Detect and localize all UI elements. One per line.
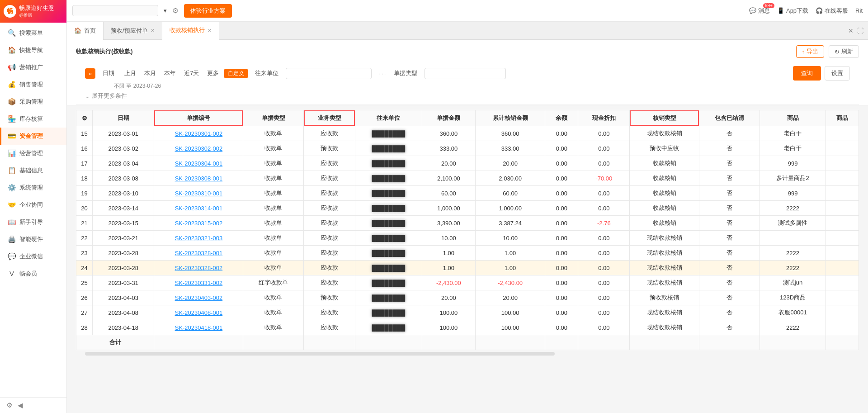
cell-biz-type: 应收款 xyxy=(304,305,355,320)
tab-prepay-close-icon[interactable]: ✕ xyxy=(151,28,155,33)
cell-date: 2023-03-31 xyxy=(93,275,154,290)
sidebar-item-system[interactable]: ⚙️系统管理 xyxy=(0,179,66,196)
sidebar-item-purchase[interactable]: 📦采购管理 xyxy=(0,93,66,110)
table-row[interactable]: 27 2023-04-08 SK-20230408-001 收款单 应收款 ██… xyxy=(76,305,859,320)
cell-doc-no[interactable]: SK-20230314-001 xyxy=(154,201,243,216)
cell-doc-no[interactable]: SK-20230328-001 xyxy=(154,246,243,261)
topbar-dropdown[interactable]: ▾ xyxy=(164,7,167,14)
cell-doc-no[interactable]: SK-20230321-003 xyxy=(154,231,243,246)
cell-date: 2023-03-28 xyxy=(93,261,154,275)
messages-button[interactable]: 💬 消息 99+ xyxy=(749,7,770,15)
sidebar-item-inventory[interactable]: 🏪库存核算 xyxy=(0,110,66,128)
filter-actions: 查询 设置 xyxy=(793,66,850,81)
expand-more-btn[interactable]: ⌄ 展开更多条件 xyxy=(85,92,850,100)
phone-icon: 📱 xyxy=(777,7,784,14)
cell-date: 2023-03-08 xyxy=(93,171,154,186)
cell-doc-amount: 20.00 xyxy=(422,290,475,305)
date-btn-last-month[interactable]: 上月 xyxy=(122,68,139,78)
table-row[interactable]: 21 2023-03-15 SK-20230315-002 收款单 应收款 ██… xyxy=(76,216,859,231)
scrollbar-area[interactable] xyxy=(76,352,859,359)
tab-home[interactable]: 🏠 首页 xyxy=(67,22,104,40)
tab-verify-close-icon[interactable]: ✕ xyxy=(208,28,212,33)
date-custom-button[interactable]: 自定义 xyxy=(224,69,248,78)
topbar-search-input[interactable] xyxy=(72,5,158,16)
enterprise-icon: 🤝 xyxy=(8,201,16,209)
cell-doc-no[interactable]: SK-20230310-001 xyxy=(154,186,243,201)
solution-button[interactable]: 体验行业方案 xyxy=(184,4,232,18)
cell-doc-type: 收款单 xyxy=(243,216,304,231)
partner-filter-input[interactable] xyxy=(286,68,372,79)
refresh-button[interactable]: ↻ 刷新 xyxy=(829,45,859,58)
sidebar-item-vip[interactable]: V畅会员 xyxy=(0,265,66,282)
table-row[interactable]: 18 2023-03-08 SK-20230308-001 收款单 应收款 ██… xyxy=(76,171,859,186)
cell-doc-amount: 100.00 xyxy=(422,305,475,320)
table-row[interactable]: 19 2023-03-10 SK-20230310-001 收款单 应收款 ██… xyxy=(76,186,859,201)
footer-product xyxy=(760,335,826,350)
cell-include-settled: 否 xyxy=(699,275,760,290)
footer-empty-3 xyxy=(304,335,355,350)
gear-icon[interactable]: ⚙ xyxy=(172,6,179,15)
table-row[interactable]: 16 2023-03-02 SK-20230302-002 收款单 预收款 ██… xyxy=(76,141,859,156)
cell-balance: 0.00 xyxy=(545,231,578,246)
sidebar-item-quick[interactable]: 🏠快捷导航 xyxy=(0,42,66,59)
date-btn-more[interactable]: 更多 xyxy=(204,68,222,78)
sidebar-item-wechat[interactable]: 💬企业微信 xyxy=(0,248,66,265)
cell-doc-no[interactable]: SK-20230301-002 xyxy=(154,126,243,141)
table-row[interactable]: 28 2023-04-18 SK-20230418-001 收款单 应收款 ██… xyxy=(76,320,859,335)
table-row[interactable]: 25 2023-03-31 SK-20230331-002 红字收款单 应收款 … xyxy=(76,275,859,290)
voucher-type-select[interactable] xyxy=(425,68,506,79)
cell-doc-no[interactable]: SK-20230302-002 xyxy=(154,141,243,156)
table-row[interactable]: 24 2023-03-28 SK-20230328-002 收款单 应收款 ██… xyxy=(76,261,859,275)
table-row[interactable]: 20 2023-03-14 SK-20230314-001 收款单 应收款 ██… xyxy=(76,201,859,216)
app-download-button[interactable]: 📱 App下载 xyxy=(777,7,808,15)
sidebar-item-finance[interactable]: 💳资金管理 xyxy=(0,128,66,145)
cell-doc-amount: 2,100.00 xyxy=(422,171,475,186)
cell-doc-no[interactable]: SK-20230315-002 xyxy=(154,216,243,231)
table-row[interactable]: 15 2023-03-01 SK-20230301-002 收款单 应收款 ██… xyxy=(76,126,859,141)
filter-toggle-button[interactable]: » xyxy=(85,68,95,79)
cell-doc-no[interactable]: SK-20230408-001 xyxy=(154,305,243,320)
online-service-button[interactable]: 🎧 在线客服 xyxy=(816,7,848,15)
sidebar-item-sales[interactable]: 💰销售管理 xyxy=(0,76,66,93)
query-button[interactable]: 查询 xyxy=(793,66,821,81)
table-row[interactable]: 17 2023-03-04 SK-20230304-001 收款单 应收款 ██… xyxy=(76,156,859,171)
date-btn-7days[interactable]: 近7天 xyxy=(181,68,202,78)
cell-doc-no[interactable]: SK-20230331-002 xyxy=(154,275,243,290)
export-button[interactable]: ↑ 导出 xyxy=(796,45,825,58)
sidebar-item-operations[interactable]: 📊经营管理 xyxy=(0,145,66,162)
date-btn-this-year[interactable]: 本年 xyxy=(161,68,179,78)
sidebar-item-marketing[interactable]: 📢营销推广 xyxy=(0,59,66,76)
user-menu[interactable]: Rit xyxy=(855,7,863,14)
sidebar-item-basic[interactable]: 📋基础信息 xyxy=(0,162,66,179)
cell-doc-no[interactable]: SK-20230403-002 xyxy=(154,290,243,305)
collapse-icon[interactable]: ◀ xyxy=(18,401,23,409)
cell-doc-no[interactable]: SK-20230308-001 xyxy=(154,171,243,186)
table-row[interactable]: 23 2023-03-28 SK-20230328-001 收款单 应收款 ██… xyxy=(76,246,859,261)
tab-verify[interactable]: 收款核销执行 ✕ xyxy=(162,22,219,40)
date-btn-this-month[interactable]: 本月 xyxy=(142,68,159,78)
tab-fullscreen-button[interactable]: ⛶ xyxy=(857,27,863,34)
scrollbar-thumb[interactable] xyxy=(85,352,555,356)
table-row[interactable]: 26 2023-04-03 SK-20230403-002 收款单 预收款 ██… xyxy=(76,290,859,305)
th-settings[interactable]: ⚙ xyxy=(76,110,93,126)
filter-dots[interactable]: ··· xyxy=(379,70,387,77)
wechat-icon: 💬 xyxy=(8,252,16,261)
cell-balance: 0.00 xyxy=(545,305,578,320)
settings-icon[interactable]: ⚙ xyxy=(6,401,12,409)
cell-verify-type: 现结收款核销 xyxy=(630,320,699,335)
table-row[interactable]: 22 2023-03-21 SK-20230321-003 收款单 应收款 ██… xyxy=(76,231,859,246)
cell-doc-no[interactable]: SK-20230328-002 xyxy=(154,261,243,275)
tab-prepay[interactable]: 预收/预应付单 ✕ xyxy=(104,22,162,40)
cell-doc-no[interactable]: SK-20230304-001 xyxy=(154,156,243,171)
cell-doc-no[interactable]: SK-20230418-001 xyxy=(154,320,243,335)
tab-close-all-button[interactable]: ✕ xyxy=(848,27,854,34)
sidebar-item-guide[interactable]: 📖新手引导 xyxy=(0,214,66,231)
filter-settings-button[interactable]: 设置 xyxy=(825,66,850,81)
cell-cum-verify: 2,030.00 xyxy=(476,171,545,186)
search-icon: 🔍 xyxy=(8,29,16,37)
sidebar-item-enterprise[interactable]: 🤝企业协同 xyxy=(0,196,66,214)
cell-balance: 0.00 xyxy=(545,201,578,216)
sidebar-item-search[interactable]: 🔍搜索菜单 xyxy=(0,24,66,42)
cell-product: 123D商品 xyxy=(760,290,826,305)
sidebar-item-hardware[interactable]: 🖨️智能硬件 xyxy=(0,231,66,248)
